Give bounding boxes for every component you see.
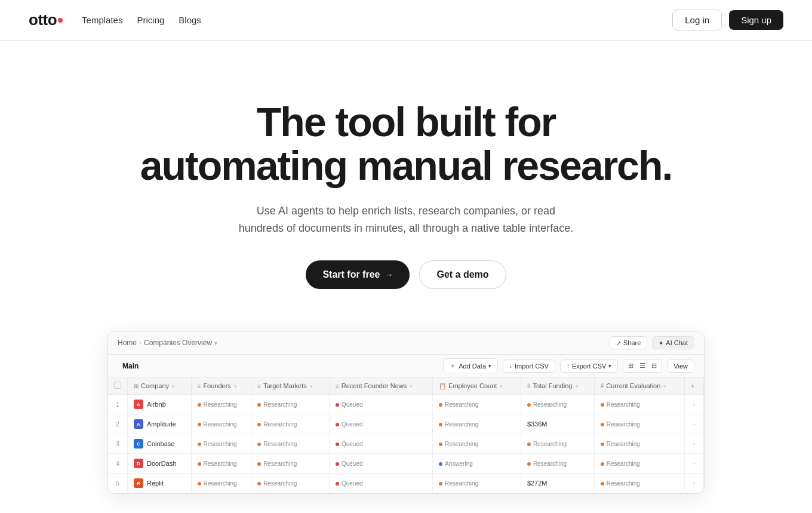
total-funding-cell: Researching	[521, 454, 594, 474]
th-employee-count[interactable]: 📋Employee Count ▾	[433, 377, 521, 395]
target-col-icon: ≡	[257, 383, 261, 389]
company-cell: A Airbnb	[128, 395, 192, 414]
company-info: C Coinbase	[134, 439, 185, 449]
preview-actions: ↗ Share ✦ AI Chat	[610, 336, 694, 349]
row-extra: •	[685, 395, 704, 414]
recent-news-status: Queued	[342, 421, 363, 428]
hero-section: The tool built for automating manual res…	[0, 41, 812, 325]
total-funding-cell: $336M	[521, 414, 594, 434]
th-recent-news[interactable]: ≡Recent Founder News ▾	[329, 377, 432, 395]
current-eval-cell: Researching	[594, 454, 685, 474]
import-csv-button[interactable]: ↓ Import CSV	[503, 360, 555, 373]
ai-chat-label: AI Chat	[666, 339, 688, 346]
funding-col-chevron: ▾	[576, 383, 579, 389]
current-eval-cell: Researching	[594, 434, 685, 454]
add-data-button[interactable]: ＋ Add Data ▾	[443, 358, 498, 373]
add-column-button[interactable]: +	[685, 377, 704, 395]
start-free-button[interactable]: Start for free →	[306, 260, 410, 289]
recent-news-cell: Queued	[329, 414, 432, 434]
preview-breadcrumb: Home › Companies Overview ▾	[118, 339, 217, 347]
company-info: A Airbnb	[134, 400, 185, 409]
kanban-icon[interactable]: ⊟	[649, 361, 659, 371]
recent-news-cell: Queued	[329, 395, 432, 414]
status-dot	[527, 462, 531, 466]
th-founders[interactable]: ≡Founders ▾	[191, 377, 251, 395]
hero-title: The tool built for automating manual res…	[137, 100, 675, 188]
th-target-markets[interactable]: ≡Target Markets ▾	[251, 377, 330, 395]
status-dot	[336, 482, 339, 486]
status-dot	[198, 423, 201, 426]
company-name: Replit	[147, 480, 164, 487]
breadcrumb-home: Home	[118, 339, 137, 347]
status-dot	[198, 403, 201, 407]
logo[interactable]: otto	[29, 11, 63, 29]
preview-table: ⊞Company ▾ ≡Founders ▾ ≡Target Markets ▾	[108, 377, 704, 493]
header-checkbox[interactable]	[114, 382, 121, 389]
founders-status: Researching	[204, 441, 237, 447]
th-current-eval[interactable]: #Current Evaluation ▾	[594, 377, 685, 395]
employee-count-status: Researching	[445, 480, 478, 487]
company-info: D DoorDash	[134, 459, 185, 468]
export-csv-button[interactable]: ↑ Export CSV ▾	[560, 360, 618, 373]
hero-title-line2: automating manual research.	[140, 143, 672, 188]
nav-templates[interactable]: Templates	[82, 15, 122, 25]
nav-right: Log in Sign up	[672, 10, 783, 30]
view-button[interactable]: View	[667, 360, 694, 373]
login-button[interactable]: Log in	[672, 10, 722, 30]
grid-icon[interactable]: ⊞	[626, 361, 636, 371]
signup-button[interactable]: Sign up	[729, 10, 783, 30]
total-funding-status: Researching	[533, 460, 567, 467]
status-dot	[601, 403, 604, 407]
th-total-funding[interactable]: #Total Funding ▾	[521, 377, 594, 395]
get-demo-button[interactable]: Get a demo	[419, 260, 506, 289]
tab-main[interactable]: Main	[118, 360, 143, 373]
current-eval-cell: Researching	[594, 474, 685, 493]
company-info: A Amplitude	[134, 419, 185, 429]
status-dot	[198, 443, 201, 446]
table-row: 5 R Replit Researching Researching Queue…	[108, 474, 704, 493]
status-dot	[601, 462, 604, 466]
status-dot	[257, 443, 261, 446]
company-cell: D DoorDash	[128, 454, 192, 474]
nav-blogs[interactable]: Blogs	[179, 15, 201, 25]
founders-cell: Researching	[191, 434, 251, 454]
row-num: 1	[108, 395, 128, 414]
total-funding-value: $272M	[527, 480, 548, 487]
total-funding-cell: $272M	[521, 474, 594, 493]
company-logo: D	[134, 459, 143, 468]
breadcrumb-dropdown-icon[interactable]: ▾	[214, 340, 217, 346]
funding-col-icon: #	[527, 383, 531, 389]
nav-pricing[interactable]: Pricing	[137, 15, 164, 25]
status-dot	[439, 462, 442, 466]
employee-count-status: Researching	[445, 441, 478, 447]
status-dot	[601, 443, 604, 446]
news-col-icon: ≡	[336, 383, 339, 389]
total-funding-cell: Researching	[521, 434, 594, 454]
company-logo: A	[134, 400, 143, 409]
employee-count-cell: Researching	[433, 474, 521, 493]
eval-col-chevron: ▾	[663, 383, 666, 389]
founders-cell: Researching	[191, 454, 251, 474]
status-dot	[439, 403, 442, 407]
status-dot	[198, 482, 201, 486]
company-cell: R Replit	[128, 474, 192, 493]
ai-chat-button[interactable]: ✦ AI Chat	[652, 336, 694, 349]
row-extra: •	[685, 474, 704, 493]
hero-buttons: Start for free → Get a demo	[29, 260, 783, 289]
company-logo: A	[134, 419, 143, 429]
list-icon[interactable]: ☰	[637, 361, 648, 371]
share-button[interactable]: ↗ Share	[610, 336, 647, 349]
founders-status: Researching	[204, 401, 237, 408]
hero-title-line1: The tool built for	[257, 99, 555, 145]
total-funding-status: Researching	[533, 441, 567, 447]
status-dot	[336, 423, 339, 426]
th-company[interactable]: ⊞Company ▾	[128, 377, 192, 395]
row-extra: •	[685, 454, 704, 474]
company-name: Airbnb	[147, 401, 166, 408]
status-dot	[257, 462, 261, 466]
export-csv-label: Export CSV	[572, 363, 606, 370]
founders-status: Researching	[204, 460, 237, 467]
founders-cell: Researching	[191, 474, 251, 493]
employee-count-cell: Researching	[433, 395, 521, 414]
start-free-label: Start for free	[322, 269, 380, 280]
